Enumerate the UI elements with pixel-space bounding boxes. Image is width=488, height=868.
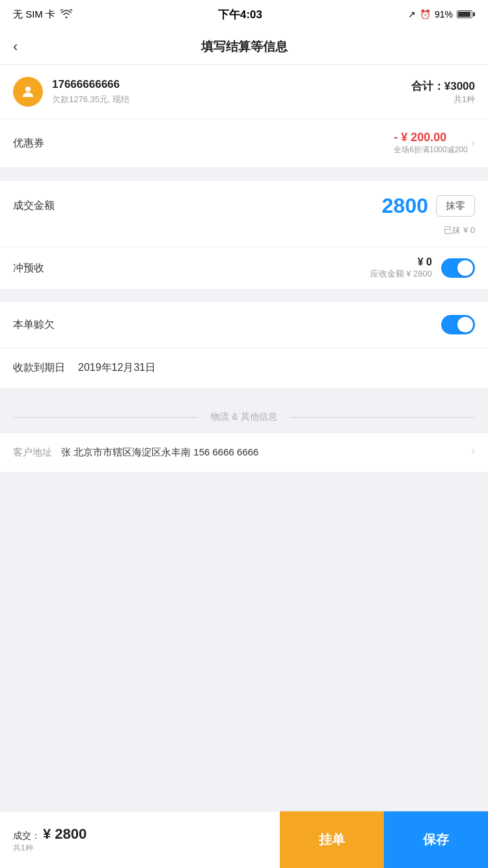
- customer-info: 17666666666 欠款1276.35元, 现结: [52, 78, 129, 105]
- due-date-label: 收款到期日: [13, 361, 65, 375]
- address-label: 客户地址: [13, 445, 52, 459]
- due-date-row: 收款到期日 2019年12月31日: [0, 348, 488, 388]
- customer-left: 17666666666 欠款1276.35元, 现结: [13, 77, 129, 107]
- logistics-header: 物流 & 其他信息: [0, 401, 488, 433]
- avatar: [13, 77, 43, 107]
- debt-row: 本单赊欠: [0, 302, 488, 348]
- customer-debt: 欠款1276.35元, 现结: [52, 94, 129, 105]
- logistics-line-right: [290, 417, 475, 418]
- coupon-row[interactable]: 优惠券 - ¥ 200.00 全场6折满1000减200 ›: [0, 119, 488, 168]
- coupon-chevron-icon: ›: [472, 137, 475, 149]
- bottom-deal-row: 成交： ¥ 2800: [13, 826, 267, 843]
- save-button[interactable]: 保存: [384, 811, 488, 869]
- carrier-text: 无 SIM 卡: [13, 8, 55, 21]
- logistics-title: 物流 & 其他信息: [211, 411, 277, 423]
- total-count: 共1种: [411, 94, 475, 105]
- coupon-desc: 全场6折满1000减200: [394, 144, 467, 156]
- prepay-toggle[interactable]: [441, 258, 475, 278]
- coupon-info: - ¥ 200.00 全场6折满1000减200: [394, 131, 467, 156]
- back-button[interactable]: ‹: [8, 33, 23, 61]
- amount-row: 成交金额 2800 抹零: [0, 181, 488, 224]
- debt-card: 本单赊欠 收款到期日 2019年12月31日: [0, 302, 488, 388]
- bottom-space: [0, 478, 488, 491]
- address-value: 张 北京市市辖区海淀区永丰南 156 6666 6666: [61, 445, 463, 460]
- address-row[interactable]: 客户地址 张 北京市市辖区海淀区永丰南 156 6666 6666 ›: [0, 433, 488, 472]
- logistics-line-left: [13, 417, 198, 418]
- svg-point-0: [25, 87, 31, 92]
- address-card: 客户地址 张 北京市市辖区海淀区永丰南 156 6666 6666 ›: [0, 433, 488, 472]
- prepay-value-block: ¥ 0 应收金额 ¥ 2800: [370, 256, 432, 280]
- amount-label: 成交金额: [13, 199, 55, 213]
- amount-right: 2800 抹零: [382, 194, 475, 218]
- due-date-value: 2019年12月31日: [78, 361, 156, 375]
- page-title: 填写结算等信息: [201, 38, 288, 55]
- section-divider-2: [0, 295, 488, 302]
- hold-button[interactable]: 挂单: [280, 811, 384, 869]
- customer-right: 合计：¥3000 共1种: [411, 79, 475, 105]
- debt-toggle-knob: [457, 317, 473, 332]
- debt-toggle[interactable]: [441, 315, 475, 334]
- bottom-deal-count: 共1种: [13, 843, 267, 854]
- customer-phone: 17666666666: [52, 78, 129, 91]
- customer-row: 17666666666 欠款1276.35元, 现结 合计：¥3000 共1种: [0, 65, 488, 119]
- bottom-deal-label: 成交：: [13, 830, 40, 842]
- address-chevron-icon: ›: [472, 445, 475, 457]
- status-bar: 无 SIM 卡 下午4:03 ↗ ⏰ 91%: [0, 0, 488, 29]
- battery-percent: 91%: [435, 9, 453, 20]
- bottom-deal-amount: ¥ 2800: [43, 826, 87, 843]
- coupon-right: - ¥ 200.00 全场6折满1000减200 ›: [394, 131, 475, 156]
- content: 17666666666 欠款1276.35元, 现结 合计：¥3000 共1种 …: [0, 65, 488, 556]
- coupon-discount: - ¥ 200.00: [394, 131, 467, 144]
- prepay-row: 冲预收 ¥ 0 应收金额 ¥ 2800: [0, 247, 488, 289]
- prepay-receivable: 应收金额 ¥ 2800: [370, 268, 432, 280]
- amount-sub: 已抹 ¥ 0: [0, 224, 488, 247]
- total-amount: 合计：¥3000: [411, 79, 475, 94]
- prepay-label: 冲预收: [13, 262, 44, 275]
- amount-section: 成交金额 2800 抹零 已抹 ¥ 0 冲预收 ¥ 0 应收金额 ¥ 2800: [0, 181, 488, 289]
- status-left: 无 SIM 卡: [13, 8, 72, 21]
- nav-bar: ‹ 填写结算等信息: [0, 29, 488, 65]
- alarm-icon: ⏰: [420, 9, 431, 20]
- status-time: 下午4:03: [218, 7, 262, 22]
- bottom-summary: 成交： ¥ 2800 共1种: [0, 826, 280, 854]
- section-divider-3: [0, 394, 488, 401]
- amount-value: 2800: [382, 194, 428, 218]
- coupon-label: 优惠券: [13, 137, 44, 150]
- location-icon: ↗: [408, 9, 416, 20]
- section-divider-1: [0, 174, 488, 181]
- battery-icon: [457, 10, 475, 18]
- prepay-right: ¥ 0 应收金额 ¥ 2800: [370, 256, 475, 280]
- wifi-icon: [61, 9, 72, 20]
- round-zero-button[interactable]: 抹零: [436, 195, 475, 217]
- status-right: ↗ ⏰ 91%: [408, 9, 475, 20]
- bottom-bar: 成交： ¥ 2800 共1种 挂单 保存: [0, 811, 488, 868]
- customer-card: 17666666666 欠款1276.35元, 现结 合计：¥3000 共1种 …: [0, 65, 488, 168]
- toggle-knob: [457, 260, 473, 276]
- debt-label: 本单赊欠: [13, 318, 55, 332]
- prepay-amount: ¥ 0: [370, 256, 432, 268]
